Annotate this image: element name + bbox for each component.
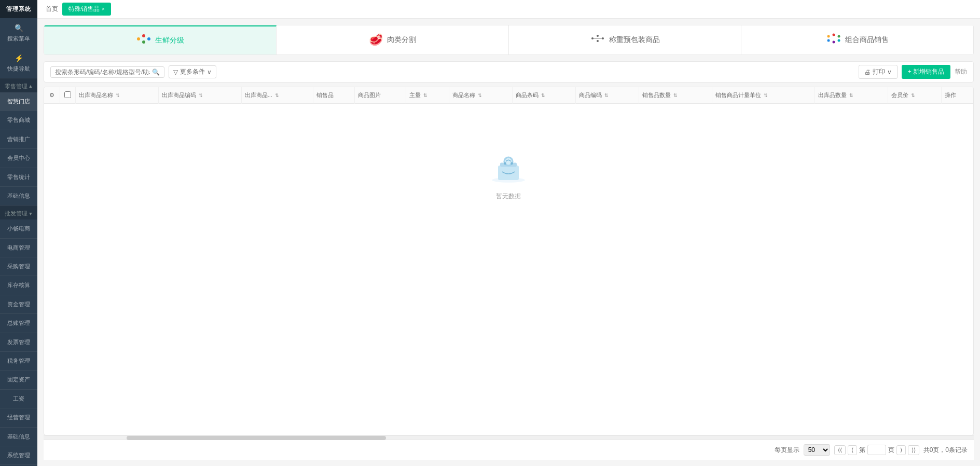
per-page-select[interactable]: 50 10 20 100 xyxy=(804,444,830,456)
svg-point-20 xyxy=(504,162,506,165)
tab-cards-row: 生鲜分级 🥩 肉类分割 称重预包装商品 xyxy=(44,25,974,55)
sidebar-item-general-ledger[interactable]: 总账管理 xyxy=(0,314,37,333)
sidebar-section-wholesale[interactable]: 批发管理 ▼ xyxy=(0,205,37,220)
th-sales-qty: 销售品数量 ⇅ xyxy=(639,87,712,104)
scrollbar-thumb[interactable] xyxy=(127,436,386,440)
sidebar: 管理系统 🔍 搜索菜单 ⚡ 快捷导航 零售管理 ▲ 智慧门店 零售商城 营销推广… xyxy=(0,0,37,466)
th-sales-unit: 销售商品计量单位 ⇅ xyxy=(712,87,815,104)
th-operation: 操作 xyxy=(942,87,973,104)
page-prefix-label: 第 xyxy=(859,446,865,455)
page-suffix-label: 页 xyxy=(888,446,894,455)
sort-icon[interactable]: ⇅ xyxy=(478,93,482,98)
tab-combo-sales[interactable]: 组合商品销售 xyxy=(741,25,973,54)
sidebar-item-mini-ecommerce[interactable]: 小畅电商 xyxy=(0,220,37,238)
sidebar-item-search-menu[interactable]: 🔍 搜索菜单 xyxy=(0,18,37,48)
help-button[interactable]: 帮助 xyxy=(955,67,967,76)
sidebar-item-salary[interactable]: 工资 xyxy=(0,390,37,408)
prev-page-button[interactable]: ⟨ xyxy=(848,445,857,455)
svg-point-21 xyxy=(510,162,513,165)
sidebar-item-ecommerce-mgmt[interactable]: 电商管理 xyxy=(0,239,37,257)
print-button[interactable]: 🖨 打印 ∨ xyxy=(859,65,898,79)
search-input[interactable] xyxy=(55,68,150,76)
th-product-name: 商品名称 ⇅ xyxy=(449,87,513,104)
svg-point-10 xyxy=(832,34,835,36)
content-area: 生鲜分级 🥩 肉类分割 称重预包装商品 xyxy=(37,19,980,466)
select-all-checkbox[interactable] xyxy=(64,91,71,98)
svg-point-6 xyxy=(597,35,599,37)
sidebar-item-base-info[interactable]: 基础信息 xyxy=(0,428,37,446)
search-icon: 🔍 xyxy=(152,68,160,76)
fresh-grading-icon xyxy=(136,34,151,47)
svg-point-12 xyxy=(827,39,830,42)
sort-icon[interactable]: ⇅ xyxy=(541,93,545,98)
sidebar-item-fixed-assets[interactable]: 固定资产 xyxy=(0,371,37,389)
th-settings[interactable]: ⚙ xyxy=(44,87,60,104)
svg-point-13 xyxy=(832,41,835,44)
table-container: ⚙ 出库商品名称 ⇅ 出库商品编码 ⇅ 出库商品... ⇅ xyxy=(44,87,974,435)
next-page-button[interactable]: ⟩ xyxy=(896,445,906,455)
first-page-button[interactable]: ⟨⟨ xyxy=(834,445,846,455)
sidebar-item-smart-store[interactable]: 智慧门店 xyxy=(0,92,37,111)
sidebar-item-invoice[interactable]: 发票管理 xyxy=(0,333,37,352)
sidebar-item-system[interactable]: 系统管理 xyxy=(0,446,37,465)
th-out-name: 出库商品名称 ⇅ xyxy=(75,87,158,104)
svg-point-8 xyxy=(597,40,599,42)
sidebar-item-basic-info[interactable]: 基础信息 xyxy=(0,187,37,205)
chevron-right-icon: ▼ xyxy=(29,211,33,216)
page-nav: ⟨⟨ ⟨ 第 1 页 ⟩ ⟩⟩ xyxy=(834,445,919,455)
th-member-price: 会员价 ⇅ xyxy=(888,87,942,104)
th-product-code: 商品编码 ⇅ xyxy=(576,87,639,104)
toolbar-right: 🖨 打印 ∨ + 新增销售品 帮助 xyxy=(859,65,967,79)
pagination: 每页显示 50 10 20 100 ⟨⟨ ⟨ 第 1 页 ⟩ ⟩⟩ 共0页，0条… xyxy=(44,440,974,460)
horizontal-scrollbar[interactable] xyxy=(44,435,974,440)
filter-label: 更多条件 xyxy=(180,67,205,76)
sidebar-item-marketing[interactable]: 营销推广 xyxy=(0,130,37,149)
last-page-button[interactable]: ⟩⟩ xyxy=(908,445,919,455)
weight-prepack-icon xyxy=(590,33,605,47)
sidebar-item-ops-mgmt[interactable]: 经营管理 xyxy=(0,408,37,427)
chevron-down-icon: ∨ xyxy=(207,68,212,76)
sidebar-item-tax[interactable]: 税务管理 xyxy=(0,352,37,371)
sidebar-item-quick-nav[interactable]: ⚡ 快捷导航 xyxy=(0,48,37,78)
sidebar-item-purchase[interactable]: 采购管理 xyxy=(0,257,37,276)
th-checkbox[interactable] xyxy=(60,87,75,104)
th-out-code: 出库商品编码 ⇅ xyxy=(158,87,241,104)
svg-point-5 xyxy=(591,37,593,39)
sidebar-item-finance[interactable]: 资金管理 xyxy=(0,295,37,314)
help-label: 帮助 xyxy=(955,68,967,75)
filter-button[interactable]: ▽ 更多条件 ∨ xyxy=(169,65,216,78)
sort-icon[interactable]: ⇅ xyxy=(423,93,427,98)
sidebar-item-retail-stats[interactable]: 零售统计 xyxy=(0,168,37,187)
add-label: + 新增销售品 xyxy=(908,67,944,76)
sidebar-item-member[interactable]: 会员中心 xyxy=(0,149,37,168)
tab-meat-cutting[interactable]: 🥩 肉类分割 xyxy=(277,25,509,54)
toolbar: 🔍 ▽ 更多条件 ∨ 🖨 打印 ∨ + 新增销售品 帮助 xyxy=(44,61,974,83)
sidebar-item-retail-mall[interactable]: 零售商城 xyxy=(0,111,37,130)
add-button[interactable]: + 新增销售品 xyxy=(902,65,950,79)
page-number-input[interactable]: 1 xyxy=(867,445,886,455)
table-header-row: ⚙ 出库商品名称 ⇅ 出库商品编码 ⇅ 出库商品... ⇅ xyxy=(44,87,973,104)
svg-point-1 xyxy=(142,34,145,37)
tab-fresh-grading[interactable]: 生鲜分级 xyxy=(44,25,277,54)
home-link[interactable]: 首页 xyxy=(46,5,58,13)
sort-icon[interactable]: ⇅ xyxy=(911,93,915,98)
sort-icon[interactable]: ⇅ xyxy=(199,93,203,98)
tab-weight-prepack[interactable]: 称重预包装商品 xyxy=(509,25,741,54)
sort-icon[interactable]: ⇅ xyxy=(673,93,678,98)
active-tab[interactable]: 特殊销售品 × xyxy=(62,3,111,16)
empty-state: 暂无数据 xyxy=(47,108,970,242)
empty-state-row: 暂无数据 xyxy=(44,104,973,247)
sort-icon[interactable]: ⇅ xyxy=(116,93,120,98)
search-box[interactable]: 🔍 xyxy=(50,66,164,78)
close-tab-button[interactable]: × xyxy=(102,6,105,12)
sort-icon[interactable]: ⇅ xyxy=(764,93,768,98)
sidebar-item-inventory[interactable]: 库存核算 xyxy=(0,276,37,295)
sidebar-section-retail[interactable]: 零售管理 ▲ xyxy=(0,78,37,92)
sort-icon[interactable]: ⇅ xyxy=(604,93,609,98)
sort-icon[interactable]: ⇅ xyxy=(849,93,853,98)
data-table: ⚙ 出库商品名称 ⇅ 出库商品编码 ⇅ 出库商品... ⇅ xyxy=(44,87,973,246)
sort-icon[interactable]: ⇅ xyxy=(275,93,279,98)
svg-rect-16 xyxy=(498,166,519,180)
toolbar-left: 🔍 ▽ 更多条件 ∨ xyxy=(50,65,216,78)
empty-illustration xyxy=(488,149,529,186)
